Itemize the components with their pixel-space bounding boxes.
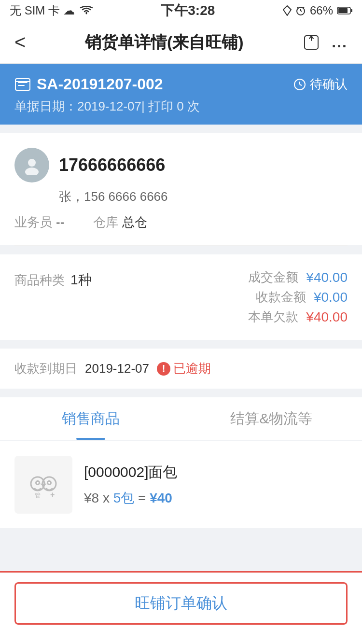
order-id: SA-20191207-002 [14, 75, 163, 93]
due-amount-row: 本单欠款 ¥40.00 [248, 308, 348, 325]
deal-amount-value: ¥40.00 [306, 270, 348, 285]
customer-name: 张，156 6666 6666 [59, 188, 348, 205]
nav-actions: ... [303, 33, 348, 51]
product-logo: + 管 [24, 470, 63, 499]
due-date-value: 2019-12-07 [85, 361, 149, 376]
product-name: [0000002]面包 [84, 462, 348, 482]
warehouse-value: 总仓 [122, 214, 147, 231]
svg-point-17 [37, 482, 39, 484]
summary-left: 商品种类 1种 [14, 269, 92, 289]
battery-icon [337, 6, 352, 15]
tab-settlement-label: 结算&物流等 [230, 409, 312, 429]
deal-amount-row: 成交金额 ¥40.00 [248, 269, 348, 286]
svg-rect-7 [15, 79, 30, 90]
order-icon [14, 78, 31, 91]
received-amount-value: ¥0.00 [314, 290, 348, 305]
status-right: 66% [283, 4, 352, 17]
sim-status: 无 SIM 卡 ☁ [10, 3, 75, 18]
product-info: [0000002]面包 ¥8 x 5包 = ¥40 [84, 462, 348, 507]
share-icon[interactable] [303, 34, 320, 51]
customer-card: 17666666666 张，156 6666 6666 业务员 -- 仓库 总仓 [0, 133, 362, 245]
tab-underline [76, 438, 105, 440]
order-date: 单据日期：2019-12-07| 打印 0 次 [14, 98, 348, 115]
salesperson-item: 业务员 -- [14, 214, 64, 231]
back-button[interactable]: < [14, 31, 26, 53]
svg-rect-5 [351, 9, 352, 12]
battery-percent: 66% [310, 4, 333, 17]
order-status: 待确认 [293, 76, 348, 93]
divider-1 [14, 245, 348, 246]
summary-right: 成交金额 ¥40.00 收款金额 ¥0.00 本单欠款 ¥40.00 [248, 269, 348, 325]
product-type-count: 1种 [70, 271, 92, 289]
status-left: 无 SIM 卡 ☁ [10, 3, 93, 18]
due-amount-value: ¥40.00 [306, 309, 348, 325]
overdue-icon: ! [157, 362, 170, 376]
customer-phone: 17666666666 [59, 155, 165, 175]
alarm-icon [295, 5, 306, 16]
product-thumbnail: + 管 [14, 456, 72, 514]
svg-text:+: + [50, 490, 55, 499]
status-time: 下午3:28 [161, 1, 215, 20]
overdue-badge: ! 已逾期 [157, 360, 211, 377]
due-date-card: 收款到期日 2019-12-07 ! 已逾期 [0, 349, 362, 389]
status-bar: 无 SIM 卡 ☁ 下午3:28 66% [0, 0, 362, 21]
product-list: + 管 [0000002]面包 ¥8 x 5包 = ¥40 [0, 441, 362, 528]
received-amount-label: 收款金额 [256, 289, 306, 306]
svg-point-18 [48, 482, 50, 484]
product-price-row: ¥8 x 5包 = ¥40 [84, 489, 348, 507]
warehouse-label: 仓库 [93, 214, 118, 231]
tabs-container: 销售商品 结算&物流等 [0, 397, 362, 440]
order-header-card: SA-20191207-002 待确认 单据日期：2019-12-07| 打印 … [0, 64, 362, 125]
tab-products[interactable]: 销售商品 [0, 397, 181, 440]
clock-icon [293, 78, 306, 91]
svg-point-11 [28, 159, 36, 167]
tab-products-label: 销售商品 [62, 409, 120, 429]
page-title: 销货单详情(来自旺铺) [85, 31, 244, 54]
more-button[interactable]: ... [332, 33, 348, 51]
summary-row: 商品种类 1种 成交金额 ¥40.00 收款金额 ¥0.00 本单欠款 ¥40.… [14, 269, 348, 325]
confirm-button[interactable]: 旺铺订单确认 [14, 582, 348, 625]
product-type-label: 商品种类 [14, 272, 65, 289]
product-qty: 5包 [113, 490, 135, 505]
salesperson-label: 业务员 [14, 214, 52, 231]
svg-rect-4 [338, 8, 348, 13]
bottom-bar: 旺铺订单确认 [0, 571, 362, 644]
nav-bar: < 销货单详情(来自旺铺) ... [0, 21, 362, 64]
due-amount-label: 本单欠款 [248, 308, 298, 325]
product-item: + 管 [0000002]面包 ¥8 x 5包 = ¥40 [0, 441, 362, 528]
overdue-text: 已逾期 [173, 360, 211, 377]
svg-line-10 [300, 84, 302, 85]
due-date-label: 收款到期日 [14, 360, 77, 377]
wifi-icon [80, 6, 93, 15]
svg-point-12 [25, 168, 39, 175]
deal-amount-label: 成交金额 [248, 269, 298, 286]
product-price: ¥8 x [84, 490, 113, 505]
summary-card: 商品种类 1种 成交金额 ¥40.00 收款金额 ¥0.00 本单欠款 ¥40.… [0, 254, 362, 340]
svg-text:管: 管 [35, 492, 41, 499]
warehouse-item: 仓库 总仓 [93, 214, 147, 231]
product-equals: = [134, 490, 150, 505]
customer-meta: 业务员 -- 仓库 总仓 [14, 214, 348, 231]
salesperson-value: -- [56, 215, 64, 230]
location-icon [283, 5, 292, 16]
avatar [14, 148, 49, 182]
order-header-top: SA-20191207-002 待确认 [14, 75, 348, 93]
customer-top: 17666666666 [14, 148, 348, 182]
tab-settlement[interactable]: 结算&物流等 [181, 397, 362, 440]
received-amount-row: 收款金额 ¥0.00 [256, 289, 348, 306]
product-total: ¥40 [150, 490, 172, 505]
